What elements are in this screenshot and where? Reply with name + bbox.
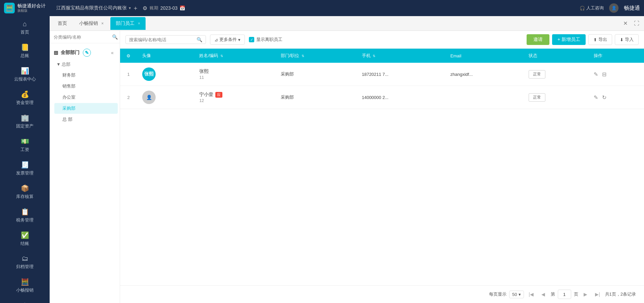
- th-dept[interactable]: 部门/职位 ⇅: [275, 49, 357, 63]
- employee-table: ⚙ 头像 姓名/编码 ⇅ 部门/职位 ⇅: [120, 49, 644, 285]
- invite-button[interactable]: 邀请: [527, 34, 549, 45]
- logo-sub: 旗舰版: [17, 8, 46, 13]
- emp-code-1: 11: [199, 75, 270, 80]
- salary-icon: 💵: [21, 137, 29, 145]
- dept-all-row[interactable]: ⊞ 全部部门 ✎ «: [50, 46, 120, 59]
- row-name-cell-1: 张熙 11: [194, 63, 275, 86]
- dept-collapse-button[interactable]: «: [109, 49, 116, 56]
- sidebar-item-archive[interactable]: 🗂 归档管理: [0, 251, 50, 274]
- page-size-select[interactable]: 50 ▾: [509, 291, 524, 298]
- page-last-button[interactable]: ▶|: [593, 290, 602, 299]
- emp-name-1: 张熙: [199, 68, 270, 74]
- sidebar-item-reports[interactable]: 📊 云报表中心: [0, 63, 50, 86]
- row-status-1: 正常: [523, 63, 588, 86]
- edit-icon-2[interactable]: ✎: [594, 94, 598, 101]
- th-phone[interactable]: 手机 ⇅: [357, 49, 445, 63]
- page-prev-button[interactable]: ◀: [539, 290, 548, 299]
- checkout-icon: ✅: [21, 231, 29, 239]
- avatar-gray-2: 👤: [142, 91, 156, 104]
- sidebar-item-home[interactable]: ⌂ 首页: [0, 16, 50, 39]
- sidebar-item-funds[interactable]: 💰 资金管理: [0, 86, 50, 110]
- employee-panel: 🔍 ⊿ 更多条件 ▾ ✓ 显示离职员工 邀请 + 新增员工: [120, 31, 644, 303]
- th-action: 操作: [588, 49, 644, 63]
- settings-icon[interactable]: ⚙: [140, 3, 150, 13]
- add-employee-button[interactable]: + 新增员工: [552, 34, 586, 45]
- dept-item-sales[interactable]: 销售部: [54, 81, 118, 92]
- tab-department[interactable]: 部门员工 ×: [110, 17, 146, 30]
- filter-button[interactable]: ⊿ 更多条件 ▾: [210, 35, 245, 45]
- toolbar-right: 邀请 + 新增员工 ⬆ 导出 ⬇ 导入: [527, 34, 639, 45]
- show-resigned-toggle[interactable]: ✓ 显示离职员工: [249, 37, 282, 43]
- row-email-1: zhangxidf...: [445, 63, 523, 86]
- tab-home[interactable]: 首页: [52, 17, 72, 30]
- sidebar-item-inventory[interactable]: 📦 库存核算: [0, 180, 50, 204]
- dept-search-icon[interactable]: 🔍: [112, 34, 118, 40]
- dept-item-purchase[interactable]: 采购部: [54, 103, 118, 114]
- page-word-label: 页: [574, 291, 578, 297]
- dept-item-finance[interactable]: 财务部: [54, 70, 118, 81]
- dept-item-general[interactable]: 总 部: [54, 114, 118, 125]
- export-button[interactable]: ⬆ 导出: [588, 34, 612, 45]
- account-period: 账期 2023-03 📅: [150, 5, 185, 11]
- page-size-label: 每页显示: [489, 291, 506, 297]
- dept-all-label: 全部部门: [61, 50, 79, 56]
- row-dept-1: 采购部: [275, 63, 357, 86]
- add-tab-button[interactable]: ＋: [131, 3, 140, 13]
- employee-search-box: 🔍: [125, 35, 206, 44]
- sidebar-label-inventory: 库存核算: [16, 194, 34, 200]
- tab-department-close-icon[interactable]: ×: [138, 21, 140, 26]
- page-first-button[interactable]: |◀: [527, 290, 536, 299]
- row-num-1: 1: [120, 63, 137, 86]
- dept-edit-button[interactable]: ✎: [83, 49, 91, 57]
- archive-icon: 🗂: [21, 255, 28, 262]
- sidebar-item-settings[interactable]: ⚙ 基础设置: [0, 297, 50, 303]
- sidebar-label-ledger: 总账: [20, 53, 29, 59]
- calendar-icon[interactable]: 📅: [179, 5, 185, 11]
- page-next-button[interactable]: ▶: [581, 290, 590, 299]
- table-header-row: ⚙ 头像 姓名/编码 ⇅ 部门/职位 ⇅: [120, 49, 644, 63]
- sidebar-item-invoice[interactable]: 🧾 发票管理: [0, 157, 50, 180]
- tab-expense[interactable]: 小畅报销 ×: [74, 17, 109, 30]
- edit-icon-1[interactable]: ✎: [594, 71, 598, 78]
- th-email: Email: [445, 49, 523, 63]
- export-icon: ⬆: [593, 37, 597, 42]
- sidebar-item-salary[interactable]: 💵 工资: [0, 133, 50, 157]
- funds-icon: 💰: [21, 90, 29, 98]
- show-resigned-checkbox[interactable]: ✓: [249, 37, 254, 42]
- ai-consult-button[interactable]: 🎧 人工咨询: [580, 5, 604, 11]
- sidebar-item-assets[interactable]: 🏢 固定资产: [0, 110, 50, 133]
- tab-expand-button[interactable]: ⛶: [632, 19, 641, 28]
- th-settings[interactable]: ⚙: [120, 49, 137, 63]
- name-code-2: 宁小壹 应 12: [199, 92, 270, 103]
- inventory-icon: 📦: [21, 184, 29, 192]
- action-icons-2: ✎ ↻: [594, 94, 639, 101]
- employee-search-input[interactable]: [129, 37, 195, 42]
- dept-item-office[interactable]: 办公室: [54, 92, 118, 103]
- sidebar-label-checkout: 结账: [20, 241, 29, 247]
- ledger-icon: 📒: [21, 43, 29, 51]
- sidebar-item-checkout[interactable]: ✅ 结账: [0, 227, 50, 251]
- tab-close-button[interactable]: ✕: [621, 19, 630, 28]
- refresh-icon-2[interactable]: ↻: [602, 94, 606, 101]
- sidebar-item-tax[interactable]: 📋 税务管理: [0, 204, 50, 227]
- dept-search-input[interactable]: [54, 35, 110, 40]
- status-badge-1: 正常: [529, 70, 545, 79]
- reports-icon: 📊: [21, 67, 29, 75]
- page-size-chevron-icon: ▾: [519, 292, 521, 297]
- tab-expense-close-icon[interactable]: ×: [101, 21, 104, 26]
- search-icon[interactable]: 🔍: [197, 37, 202, 42]
- row-action-2: ✎ ↻: [588, 86, 644, 109]
- th-name[interactable]: 姓名/编码 ⇅: [194, 49, 275, 63]
- user-avatar: 👤: [609, 3, 619, 13]
- name-code-1: 张熙 11: [199, 68, 270, 80]
- row-status-2: 正常: [523, 86, 588, 109]
- row-avatar-2: 👤: [137, 86, 194, 109]
- emp-name-2: 宁小壹: [199, 92, 213, 98]
- logout-icon-1[interactable]: ⊟: [602, 71, 606, 78]
- sidebar-item-ledger[interactable]: 📒 总账: [0, 39, 50, 63]
- import-button[interactable]: ⬇ 导入: [615, 34, 639, 45]
- page-number-input[interactable]: [558, 290, 571, 299]
- sidebar-item-expense[interactable]: 🧮 小畅报销: [0, 274, 50, 297]
- headset-icon: 🎧: [580, 6, 585, 11]
- header-actions: 🎧 人工咨询 👤 畅捷通: [580, 3, 640, 13]
